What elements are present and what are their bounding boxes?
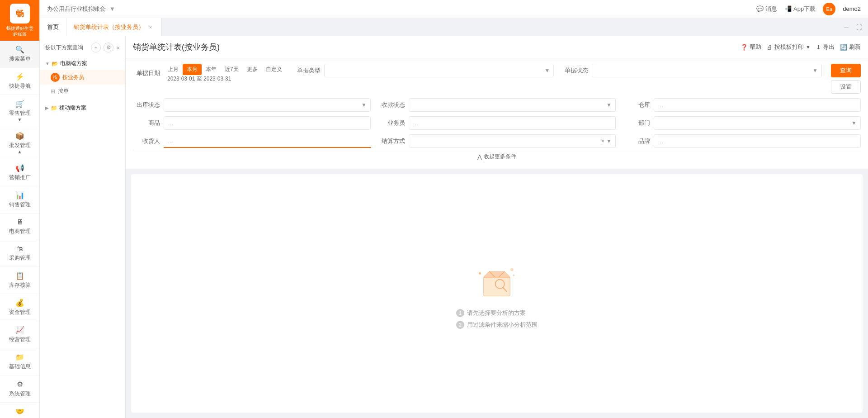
empty-tip-2: 2 用过滤条件来缩小分析范围 (456, 321, 538, 329)
active-scheme-dot: 按 (51, 73, 60, 82)
right-content: 销货单统计表(按业务员) ❓ 帮助 🖨 按模板打印 ▼ ⬇ (126, 36, 868, 418)
empty-tips: 1 请先选择要分析的方案 2 用过滤条件来缩小分析范围 (456, 309, 538, 329)
filter-area: 单据日期 上月 本月 本年 近7天 更多 自定义 2023-03-01 至 20… (126, 58, 868, 169)
empty-tip-1: 1 请先选择要分析的方案 (456, 309, 538, 317)
page-title-row: 销货单统计表(按业务员) ❓ 帮助 🖨 按模板打印 ▼ ⬇ (133, 42, 861, 52)
sidebar-item-search[interactable]: 🔍 搜索菜单 (0, 41, 39, 68)
left-panel-title: 按以下方案查询 (45, 44, 83, 52)
date-7days-btn[interactable]: 近7天 (221, 64, 243, 75)
sidebar-item-retail[interactable]: 🛒 零售管理 ▼ (0, 95, 39, 127)
date-more-btn[interactable]: 更多 (243, 64, 262, 75)
ecommerce-icon: 🖥 (16, 218, 24, 226)
enterprise-icon: 🤝 (15, 407, 24, 416)
mobile-scheme-section: ▶ 📁 移动端方案 (40, 100, 125, 116)
sales-icon: 📊 (15, 191, 24, 200)
help-button[interactable]: ❓ 帮助 (741, 43, 761, 51)
app-download-button[interactable]: 📲 App下载 (784, 5, 816, 13)
empty-state: 1 请先选择要分析的方案 2 用过滤条件来缩小分析范围 (456, 258, 538, 329)
settlement-field[interactable]: × ▼ (409, 134, 616, 148)
brand-field[interactable]: … (654, 134, 861, 148)
lp-collapse-button[interactable]: « (116, 44, 120, 51)
tab-close-button[interactable]: × (147, 24, 154, 31)
svg-rect-0 (484, 277, 510, 296)
doc-status-label: 单据状态 (561, 66, 588, 75)
doc-status-field[interactable]: ▼ (592, 64, 822, 77)
tab-sales-statistics[interactable]: 销货单统计表（按业务员） × (66, 18, 162, 36)
payment-status-label: 收款状态 (378, 101, 405, 109)
lp-settings-button[interactable]: ⚙ (104, 43, 113, 52)
tab-maximize-button[interactable]: ⛶ (854, 22, 864, 33)
quicknav-icon: ⚡ (15, 72, 24, 81)
svg-point-2 (479, 272, 481, 274)
department-field[interactable]: ▼ (654, 116, 861, 130)
export-button[interactable]: ⬇ 导出 (816, 43, 835, 51)
header-left: 办公用品行业模拟账套 ▼ (47, 5, 115, 13)
lp-add-button[interactable]: + (91, 43, 101, 52)
system-icon: ⚙ (17, 380, 23, 389)
sidebar-item-purchase[interactable]: 🛍 采购管理 (0, 240, 39, 267)
receiver-field[interactable]: … (164, 134, 371, 148)
sidebar-item-inventory[interactable]: 📋 库存核算 (0, 267, 39, 294)
sidebar-item-sales[interactable]: 📊 销售管理 (0, 186, 39, 214)
purchase-icon: 🛍 (16, 245, 24, 253)
sidebar-item-enterprise[interactable]: 🤝 企业协同 (0, 403, 39, 418)
warehouse-field[interactable]: … (654, 98, 861, 112)
active-tab-label: 销货单统计表（按业务员） (74, 23, 144, 31)
sidebar-item-wholesale[interactable]: 📦 批发管理 ▲ (0, 127, 39, 159)
tab-home[interactable]: 首页 (40, 18, 66, 36)
tab-minimize-button[interactable]: ─ (841, 22, 852, 33)
help-icon: ❓ (741, 44, 748, 51)
date-this-year-btn[interactable]: 本年 (202, 64, 221, 75)
settlement-clear-button[interactable]: × (601, 138, 604, 144)
logo-icon: 畅 (10, 4, 30, 24)
date-last-month-btn[interactable]: 上月 (164, 64, 183, 75)
page-title: 销货单统计表(按业务员) (133, 42, 220, 52)
sidebar-item-quicknav[interactable]: ⚡ 快捷导航 (0, 68, 39, 95)
sidebar-item-basic[interactable]: 📁 基础信息 (0, 348, 39, 375)
home-tab-label: 首页 (47, 23, 59, 31)
print-button[interactable]: 🖨 按模板打印 ▼ (767, 43, 811, 51)
sidebar-item-marketing[interactable]: 📢 营销推广 (0, 159, 39, 186)
settings-button[interactable]: 设置 (831, 80, 861, 94)
left-panel: 按以下方案查询 + ⚙ « ▼ 📂 电脑端方案 按 按业务员 (40, 36, 126, 418)
sidebar-item-ecommerce[interactable]: 🖥 电商管理 (0, 214, 39, 240)
payment-status-field[interactable]: ▼ (409, 98, 616, 112)
user-avatar[interactable]: Ea (823, 3, 835, 15)
date-range: 2023-03-01 至 2023-03-31 (167, 75, 286, 83)
user-name: demo2 (843, 5, 861, 12)
sidebar-item-system[interactable]: ⚙ 系统管理 (0, 375, 39, 403)
sidebar: 畅 畅捷通好生意 标账版 🔍 搜索菜单 ⚡ 快捷导航 🛒 零售管理 ▼ 📦 批发… (0, 0, 40, 418)
app-logo[interactable]: 畅 畅捷通好生意 标账版 (0, 0, 39, 41)
date-label: 单据日期 (133, 69, 160, 77)
scheme-item-salesperson[interactable]: 按 按业务员 (40, 70, 125, 85)
out-status-label: 出库状态 (133, 101, 160, 109)
sidebar-item-operations[interactable]: 📈 经营管理 (0, 321, 39, 348)
scheme-item-by-doc[interactable]: ⊞ 按单 (40, 85, 125, 98)
print-icon: 🖨 (767, 44, 773, 51)
collapse-icon: ⋀ (477, 154, 482, 160)
payment-status-dropdown-icon: ▼ (606, 102, 612, 108)
messages-button[interactable]: 💬 消息 (756, 5, 777, 13)
mobile-scheme-title[interactable]: ▶ 📁 移动端方案 (40, 101, 125, 114)
settlement-dropdown-icon: ▼ (606, 138, 612, 144)
sidebar-item-finance[interactable]: 💰 资金管理 (0, 294, 39, 321)
warehouse-label: 仓库 (623, 101, 650, 109)
goods-field[interactable]: … (164, 116, 371, 130)
doc-type-field[interactable]: ▼ (324, 64, 554, 77)
doc-status-dropdown-icon: ▼ (812, 67, 818, 74)
date-filter: 上月 本月 本年 近7天 更多 自定义 (164, 64, 286, 75)
date-custom-btn[interactable]: 自定义 (262, 64, 286, 75)
collapse-more-button[interactable]: ⋀ 收起更多条件 (133, 150, 861, 163)
salesperson-field[interactable]: … (409, 116, 616, 130)
out-status-field[interactable]: ▼ (164, 98, 371, 112)
dropdown-icon: ▼ (109, 5, 115, 12)
refresh-button[interactable]: 🔄 刷新 (840, 43, 861, 51)
page-actions: ❓ 帮助 🖨 按模板打印 ▼ ⬇ 导出 🔄 (741, 43, 861, 51)
doc-type-label: 单据类型 (293, 66, 321, 75)
desktop-scheme-title[interactable]: ▼ 📂 电脑端方案 (40, 57, 125, 70)
tab-actions: ─ ⛶ (841, 22, 868, 33)
date-this-month-btn[interactable]: 本月 (183, 64, 202, 75)
refresh-icon: 🔄 (840, 44, 847, 51)
out-status-dropdown-icon: ▼ (361, 102, 367, 108)
query-button[interactable]: 查询 (831, 64, 861, 77)
